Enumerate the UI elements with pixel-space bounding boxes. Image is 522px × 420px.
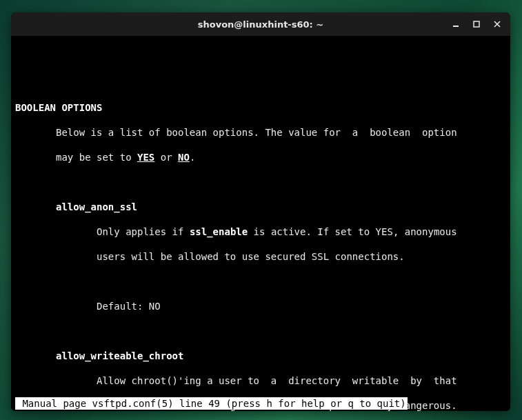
man-text-frag: or	[154, 152, 178, 163]
svg-rect-0	[453, 26, 459, 27]
man-text: Default: NO	[15, 300, 506, 312]
man-text-frag: Only applies if	[15, 226, 190, 237]
close-icon	[494, 21, 501, 28]
man-status-line[interactable]: Manual page vsftpd.conf(5) line 49 (pres…	[15, 397, 408, 410]
man-text-frag: .	[190, 152, 195, 163]
maximize-button[interactable]	[466, 14, 487, 34]
close-button[interactable]	[487, 14, 508, 34]
man-text: Allow chroot()'ing a user to a directory…	[15, 374, 506, 387]
blank-line	[15, 77, 506, 89]
titlebar[interactable]: shovon@linuxhint-s60: ~	[11, 12, 510, 37]
man-text: may be set to YES or NO.	[15, 151, 506, 163]
section-heading: BOOLEAN OPTIONS	[15, 101, 506, 114]
blank-line	[15, 176, 506, 188]
minimize-icon	[452, 21, 459, 28]
yes-keyword: YES	[137, 152, 154, 163]
option-name: allow_anon_ssl	[15, 201, 506, 213]
ssl-enable-keyword: ssl_enable	[190, 226, 248, 237]
maximize-icon	[473, 21, 480, 28]
blank-line	[15, 52, 506, 64]
man-text: users will be allowed to use secured SSL…	[15, 250, 506, 263]
no-keyword: NO	[178, 152, 190, 163]
window-title: shovon@linuxhint-s60: ~	[198, 19, 323, 30]
terminal-viewport[interactable]: BOOLEAN OPTIONS Below is a list of boole…	[11, 37, 510, 411]
terminal-window: shovon@linuxhint-s60: ~ BOOLEAN OPTIONS	[11, 12, 510, 411]
man-text-frag: may be set to	[15, 152, 137, 163]
blank-line	[15, 325, 506, 337]
man-text: Below is a list of boolean options. The …	[15, 126, 506, 139]
man-text: Only applies if ssl_enable is active. If…	[15, 226, 506, 238]
minimize-button[interactable]	[445, 14, 466, 34]
option-name: allow_writeable_chroot	[15, 350, 506, 362]
man-text-frag: is active. If set to YES, anonymous	[248, 226, 456, 237]
svg-rect-1	[474, 21, 479, 27]
blank-line	[15, 275, 506, 288]
window-buttons	[445, 12, 508, 36]
